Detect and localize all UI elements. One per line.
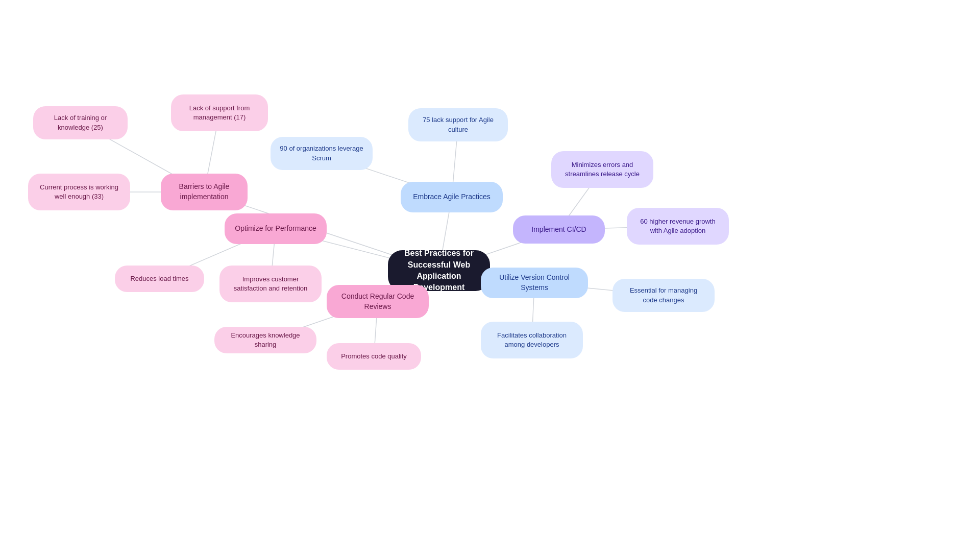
facilitates-collab-node: Facilitates collaboration among develope… — [481, 322, 583, 358]
current-process-node: Current process is working well enough (… — [28, 174, 130, 210]
knowledge-sharing-node: Encourages knowledge sharing — [214, 327, 316, 353]
version-control-node: Utilize Version Control Systems — [481, 268, 588, 298]
lack-training-node: Lack of training or knowledge (25) — [33, 106, 128, 139]
lack-support-node: Lack of support from management (17) — [171, 94, 268, 131]
essential-code-node: Essential for managing code changes — [612, 279, 715, 312]
barriers-node: Barriers to Agile implementation — [161, 174, 248, 210]
scrum-node: 90 of organizations leverage Scrum — [271, 137, 373, 170]
lack-culture-node: 75 lack support for Agile culture — [408, 108, 508, 141]
improves-cust-node: Improves customer satisfaction and reten… — [219, 266, 322, 302]
minimizes-errors-node: Minimizes errors and streamlines release… — [551, 151, 653, 188]
optimize-perf-node: Optimize for Performance — [225, 213, 327, 244]
code-reviews-node: Conduct Regular Code Reviews — [327, 285, 429, 318]
promotes-quality-node: Promotes code quality — [327, 343, 421, 370]
reduces-load-node: Reduces load times — [115, 266, 204, 292]
implement-cicd-node: Implement CI/CD — [513, 215, 605, 244]
higher-revenue-node: 60 higher revenue growth with Agile adop… — [627, 208, 729, 245]
embrace-agile-node: Embrace Agile Practices — [401, 182, 503, 212]
